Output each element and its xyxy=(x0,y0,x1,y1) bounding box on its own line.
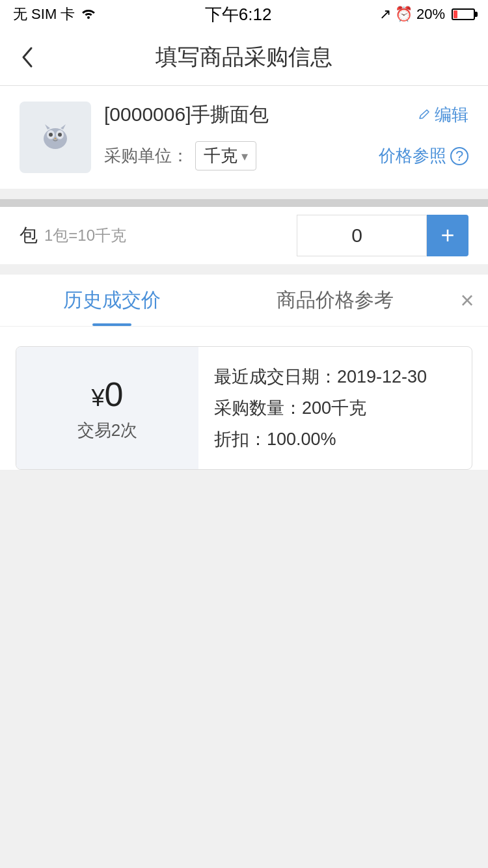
svg-point-4 xyxy=(58,133,62,137)
svg-marker-7 xyxy=(61,124,66,129)
chevron-down-icon: ▾ xyxy=(241,148,248,164)
nav-bar: 填写商品采购信息 xyxy=(0,29,488,86)
recent-date-line: 最近成交日期：2019-12-30 xyxy=(214,365,456,388)
quantity-row: 包 1包=10千克 + xyxy=(0,207,488,264)
status-time: 下午6:12 xyxy=(205,3,272,26)
svg-point-3 xyxy=(49,133,53,137)
discount-line: 折扣：100.00% xyxy=(214,427,456,451)
history-price-value: ¥0 xyxy=(92,375,124,414)
unit-label: 采购单位： xyxy=(104,144,189,167)
history-trades-count: 交易2次 xyxy=(77,419,137,442)
product-info: [0000006]手撕面包 编辑 采购单位： 千克 ▾ 价格参照 ? xyxy=(104,102,468,170)
unit-badge: 包 xyxy=(20,223,38,248)
unit-row: 采购单位： 千克 ▾ 价格参照 ? xyxy=(104,141,468,170)
battery-percent: 20% xyxy=(416,6,445,23)
tab-product-price-ref[interactable]: 商品价格参考 xyxy=(223,275,446,326)
product-row: [0000006]手撕面包 编辑 采购单位： 千克 ▾ 价格参照 ? xyxy=(20,102,468,173)
history-details: 最近成交日期：2019-12-30 采购数量：200千克 折扣：100.00% xyxy=(198,347,472,469)
price-panel: 历史成交价 商品价格参考 × ¥0 交易2次 最近成交日期：2019-12-30… xyxy=(0,275,488,470)
location-icon: ↗ xyxy=(379,6,391,23)
section-divider xyxy=(0,199,488,207)
unit-selector-group: 采购单位： 千克 ▾ xyxy=(104,141,256,170)
edit-link[interactable]: 编辑 xyxy=(418,103,468,126)
tab-history-price[interactable]: 历史成交价 xyxy=(0,275,223,326)
status-left: 无 SIM 卡 xyxy=(13,5,97,24)
panel-close-button[interactable]: × xyxy=(446,280,488,321)
quantity-controls: + xyxy=(297,215,468,256)
battery-icon xyxy=(452,8,475,20)
tabs-row: 历史成交价 商品价格参考 × xyxy=(0,275,488,327)
status-bar: 无 SIM 卡 下午6:12 ↗ ⏰ 20% xyxy=(0,0,488,29)
price-ref-button[interactable]: 价格参照 ? xyxy=(379,144,468,167)
help-icon[interactable]: ? xyxy=(450,147,468,165)
unit-dropdown[interactable]: 千克 ▾ xyxy=(195,141,256,170)
unit-info: 包 1包=10千克 xyxy=(20,223,297,248)
alarm-icon: ⏰ xyxy=(395,6,413,23)
product-thumbnail xyxy=(20,102,91,173)
history-card: ¥0 交易2次 最近成交日期：2019-12-30 采购数量：200千克 折扣：… xyxy=(16,346,472,470)
page-title: 填写商品采购信息 xyxy=(156,42,332,72)
wifi-icon xyxy=(80,6,97,23)
increment-button[interactable]: + xyxy=(427,215,468,256)
unit-convert-desc: 1包=10千克 xyxy=(44,225,126,246)
product-header: [0000006]手撕面包 编辑 xyxy=(104,102,468,128)
svg-marker-6 xyxy=(45,124,50,129)
sim-signal: 无 SIM 卡 xyxy=(13,5,75,24)
product-card: [0000006]手撕面包 编辑 采购单位： 千克 ▾ 价格参照 ? xyxy=(0,86,488,189)
quantity-line: 采购数量：200千克 xyxy=(214,396,456,420)
tab-active-indicator xyxy=(92,323,131,326)
back-button[interactable] xyxy=(18,43,36,72)
status-right: ↗ ⏰ 20% xyxy=(379,6,475,23)
history-price-summary: ¥0 交易2次 xyxy=(16,347,198,469)
product-name: [0000006]手撕面包 xyxy=(104,102,269,128)
quantity-input[interactable] xyxy=(297,215,427,256)
